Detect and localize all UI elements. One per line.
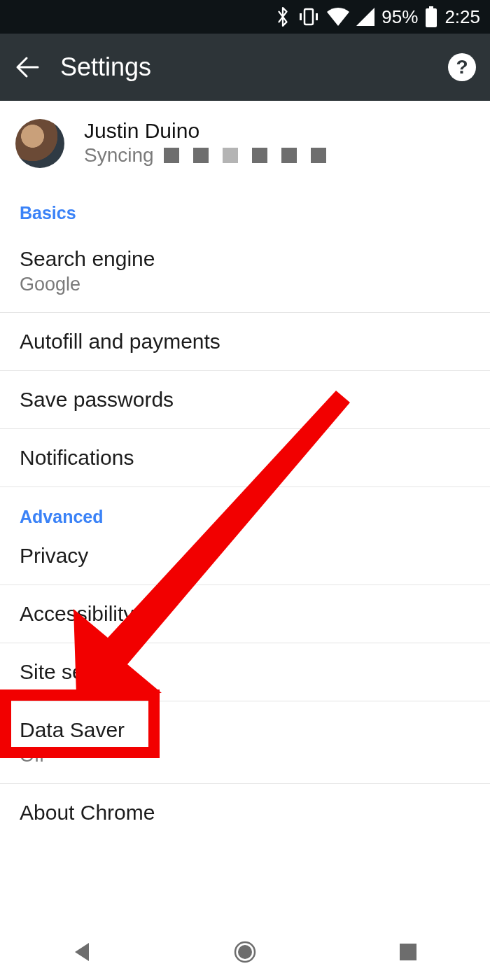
item-value: Off — [20, 745, 470, 766]
account-name: Justin Duino — [84, 119, 326, 143]
account-sync-status: Syncing — [84, 144, 154, 167]
android-nav-bar — [0, 924, 490, 980]
section-advanced-label: Advanced — [0, 487, 490, 534]
help-icon[interactable]: ? — [448, 53, 476, 81]
nav-recent-icon[interactable] — [396, 939, 421, 965]
page-title: Settings — [60, 52, 428, 82]
item-title: Privacy — [20, 544, 470, 568]
account-row[interactable]: Justin Duino Syncing — [0, 101, 490, 189]
clock: 2:25 — [444, 6, 480, 28]
item-title: Autofill and payments — [20, 330, 470, 354]
redacted-email — [164, 148, 326, 163]
wifi-icon — [327, 8, 349, 26]
settings-content: Justin Duino Syncing Basics Search engin… — [0, 101, 490, 841]
back-icon[interactable] — [14, 54, 41, 80]
nav-home-icon[interactable] — [232, 939, 258, 965]
bluetooth-icon — [275, 6, 290, 27]
item-data-saver[interactable]: Data Saver Off — [0, 701, 490, 784]
svg-rect-2 — [316, 13, 318, 20]
item-title: Save passwords — [20, 388, 470, 412]
item-accessibility[interactable]: Accessibility — [0, 585, 490, 643]
item-about-chrome[interactable]: About Chrome — [0, 784, 490, 841]
item-notifications[interactable]: Notifications — [0, 429, 490, 487]
item-value: Google — [20, 274, 470, 295]
battery-icon — [425, 6, 438, 27]
item-title: Notifications — [20, 446, 470, 470]
item-autofill-payments[interactable]: Autofill and payments — [0, 313, 490, 371]
vibrate-icon — [298, 7, 320, 27]
svg-rect-0 — [304, 9, 313, 24]
item-title: Search engine — [20, 247, 470, 271]
app-bar: Settings ? — [0, 34, 490, 101]
item-site-settings[interactable]: Site settings — [0, 643, 490, 701]
item-title: About Chrome — [20, 801, 470, 825]
avatar — [15, 119, 64, 168]
cellular-icon — [356, 8, 374, 26]
svg-rect-1 — [300, 13, 302, 20]
svg-rect-3 — [429, 6, 433, 8]
status-bar: 95% 2:25 — [0, 0, 490, 34]
item-search-engine[interactable]: Search engine Google — [0, 230, 490, 313]
item-title: Site settings — [20, 660, 470, 684]
svg-point-6 — [238, 945, 252, 959]
item-title: Accessibility — [20, 602, 470, 626]
nav-back-icon[interactable] — [69, 939, 94, 965]
section-basics-label: Basics — [0, 189, 490, 230]
item-privacy[interactable]: Privacy — [0, 534, 490, 585]
svg-rect-7 — [400, 944, 416, 960]
battery-percent: 95% — [382, 6, 418, 28]
item-title: Data Saver — [20, 718, 470, 742]
svg-rect-4 — [426, 8, 437, 27]
item-save-passwords[interactable]: Save passwords — [0, 371, 490, 429]
